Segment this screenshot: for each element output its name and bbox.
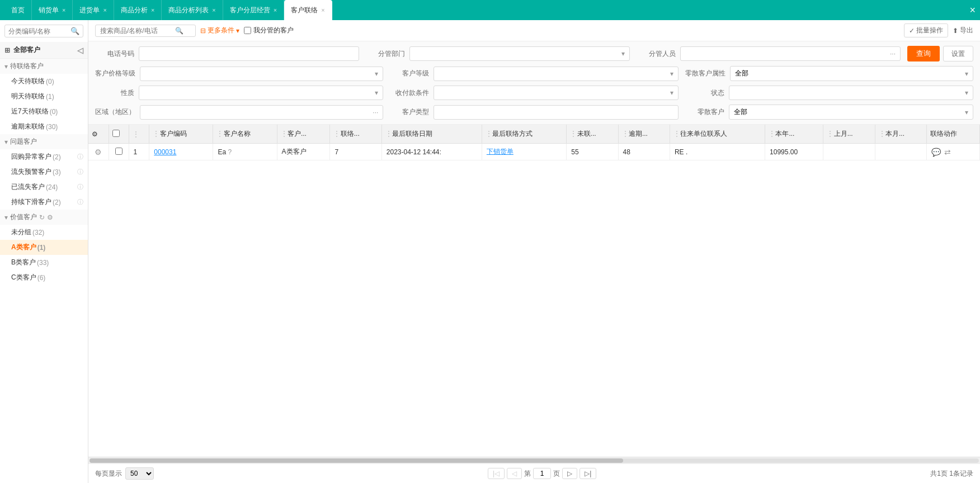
row-name[interactable]: Ea ? xyxy=(213,144,277,160)
main-search-input[interactable] xyxy=(100,27,173,35)
batch-operation-button[interactable]: ✓ 批量操作 xyxy=(904,23,948,37)
col-header-contact-count[interactable]: ⋮ 联络... xyxy=(330,125,381,144)
close-icon[interactable]: × xyxy=(151,7,154,13)
close-icon[interactable]: × xyxy=(103,7,106,13)
close-icon[interactable]: × xyxy=(212,7,215,13)
close-icon[interactable]: × xyxy=(321,7,324,13)
total-records-info: 共1页 1条记录 xyxy=(930,469,973,479)
sidebar-item-churned[interactable]: 已流失客户 (24) ⓘ xyxy=(0,179,88,195)
dept-input[interactable]: ▾ xyxy=(409,46,630,61)
all-customers-header[interactable]: ⊞ 全部客户 ◁ xyxy=(0,42,88,59)
horizontal-scrollbar[interactable] xyxy=(88,457,980,463)
scroll-thumb[interactable] xyxy=(89,458,623,463)
close-icon[interactable]: × xyxy=(62,7,65,13)
row-last-method[interactable]: 下销货单 xyxy=(482,144,566,160)
retail-attr-input[interactable]: 全部 ▾ xyxy=(730,66,973,81)
col-header-no-contact[interactable]: ⋮ 未联... xyxy=(567,125,618,144)
row-code[interactable]: 000031 xyxy=(149,144,213,160)
tab-product-analysis[interactable]: 商品分析 × xyxy=(114,0,162,20)
sidebar-item-class-a[interactable]: A类客户 (1) xyxy=(0,240,88,255)
settings-icon[interactable]: ⚙ xyxy=(47,214,53,221)
customer-type-input[interactable] xyxy=(434,105,678,120)
col-header-year[interactable]: ⋮ 本年... xyxy=(765,125,823,144)
refresh-icon[interactable]: ↻ xyxy=(39,214,45,221)
next-page-button[interactable]: ▷ xyxy=(562,468,577,479)
query-button[interactable]: 查询 xyxy=(907,46,940,61)
page-size-control: 每页显示 50 100 200 xyxy=(95,467,154,480)
col-header-contacts[interactable]: ⋮ 往来单位联系人 xyxy=(670,125,765,144)
gear-icon[interactable]: ⚙ xyxy=(92,130,98,138)
customer-code-link[interactable]: 000031 xyxy=(154,148,176,156)
checkbox-column-header[interactable] xyxy=(109,125,129,144)
sidebar-item-tomorrow[interactable]: 明天待联络 (1) xyxy=(0,89,88,104)
pending-contact-title[interactable]: ▾ 待联络客户 xyxy=(0,59,88,74)
settings-button[interactable]: 设置 xyxy=(943,46,973,61)
staff-input[interactable]: ··· xyxy=(680,46,901,61)
sidebar-item-ungrouped[interactable]: 未分组 (32) xyxy=(0,225,88,240)
col-header-code[interactable]: ⋮ 客户编码 xyxy=(149,125,213,144)
close-icon[interactable]: × xyxy=(274,7,277,13)
col-header-name[interactable]: ⋮ 客户名称 xyxy=(213,125,277,144)
export-button[interactable]: ⬆ 导出 xyxy=(953,26,973,35)
sidebar-item-repurchase-abnormal[interactable]: 回购异常客户 (2) ⓘ xyxy=(0,149,88,164)
region-input[interactable]: ··· xyxy=(140,105,383,120)
page-size-select[interactable]: 50 100 200 xyxy=(125,467,154,480)
sidebar-item-class-c[interactable]: C类客户 (6) xyxy=(0,270,88,285)
contact-method-link[interactable]: 下销货单 xyxy=(487,148,513,155)
tab-home[interactable]: 首页 xyxy=(4,0,32,20)
sidebar-item-declining[interactable]: 持续下滑客户 (2) ⓘ xyxy=(0,195,88,210)
price-grade-input[interactable]: ▾ xyxy=(140,67,383,81)
row-checkbox-cell[interactable] xyxy=(109,144,129,160)
retail-customer-input[interactable]: 全部 ▾ xyxy=(729,105,973,120)
sidebar-item-overdue[interactable]: 逾期未联络 (30) xyxy=(0,119,88,134)
value-customers-title[interactable]: ▾ 价值客户 ↻ ⚙ xyxy=(0,210,88,225)
select-all-checkbox[interactable] xyxy=(112,130,120,137)
my-customers-checkbox[interactable] xyxy=(244,27,251,34)
main-search-box[interactable]: 🔍 xyxy=(95,25,196,37)
row-checkbox[interactable] xyxy=(115,148,123,155)
customer-grade-field: 客户等级 ▾ xyxy=(390,67,678,81)
col-header-last-method[interactable]: ⋮ 最后联络方式 xyxy=(482,125,566,144)
sidebar-item-churn-warning[interactable]: 流失预警客户 (3) ⓘ xyxy=(0,164,88,179)
col-header-overdue[interactable]: ⋮ 逾期... xyxy=(618,125,670,144)
customer-grade-input[interactable]: ▾ xyxy=(434,67,678,81)
resizer-icon: ⋮ xyxy=(622,130,625,138)
tab-sales[interactable]: 销货单 × xyxy=(32,0,73,20)
tab-customer-contact[interactable]: 客户联络 × xyxy=(284,0,332,20)
tab-product-list[interactable]: 商品分析列表 × xyxy=(162,0,223,20)
sidebar-item-7days[interactable]: 近7天待联络 (0) xyxy=(0,104,88,119)
window-close-button[interactable]: × xyxy=(969,4,976,16)
gear-column-header[interactable]: ⚙ xyxy=(88,125,109,144)
sidebar-search-input[interactable] xyxy=(8,27,70,35)
grid-icon: ⊞ xyxy=(4,46,10,54)
col-header-type[interactable]: ⋮ 客户... xyxy=(277,125,330,144)
dept-field: 分管部门 ▾ xyxy=(366,46,630,61)
sidebar-item-class-b[interactable]: B类客户 (33) xyxy=(0,255,88,270)
payment-input[interactable]: ▾ xyxy=(434,86,678,100)
col-header-this-month[interactable]: ⋮ 本月... xyxy=(875,125,926,144)
col-header-last-date[interactable]: ⋮ 最后联络日期 xyxy=(381,125,482,144)
status-input[interactable]: ▾ xyxy=(729,86,973,100)
payment-field: 收付款条件 ▾ xyxy=(390,86,678,100)
share-icon[interactable]: ⇄ xyxy=(944,148,951,157)
search-icon[interactable]: 🔍 xyxy=(70,27,79,35)
page-number-input[interactable] xyxy=(533,468,551,479)
row-no: 1 xyxy=(129,144,149,160)
prev-page-button[interactable]: ◁ xyxy=(507,468,522,479)
my-customers-filter[interactable]: 我分管的客户 xyxy=(244,26,294,35)
last-page-button[interactable]: ▷| xyxy=(579,468,596,479)
problem-customers-title[interactable]: ▾ 问题客户 xyxy=(0,134,88,149)
first-page-button[interactable]: |◁ xyxy=(488,468,505,479)
nature-input[interactable]: ▾ xyxy=(139,86,383,100)
sidebar-item-today[interactable]: 今天待联络 (0) xyxy=(0,74,88,89)
row-gear-cell[interactable]: ⚙ xyxy=(88,144,109,160)
sidebar-collapse-button[interactable]: ◁ xyxy=(77,46,83,55)
tab-customer-tier[interactable]: 客户分层经营 × xyxy=(223,0,284,20)
message-icon[interactable]: 💬 xyxy=(931,148,941,157)
phone-input[interactable] xyxy=(139,46,359,61)
tab-purchase[interactable]: 进货单 × xyxy=(73,0,114,20)
col-header-last-month[interactable]: ⋮ 上月... xyxy=(823,125,875,144)
more-conditions-button[interactable]: ⊟ 更多条件 xyxy=(200,26,239,35)
search-icon[interactable]: 🔍 xyxy=(175,27,183,35)
sidebar-search-box[interactable]: 🔍 xyxy=(4,25,83,37)
